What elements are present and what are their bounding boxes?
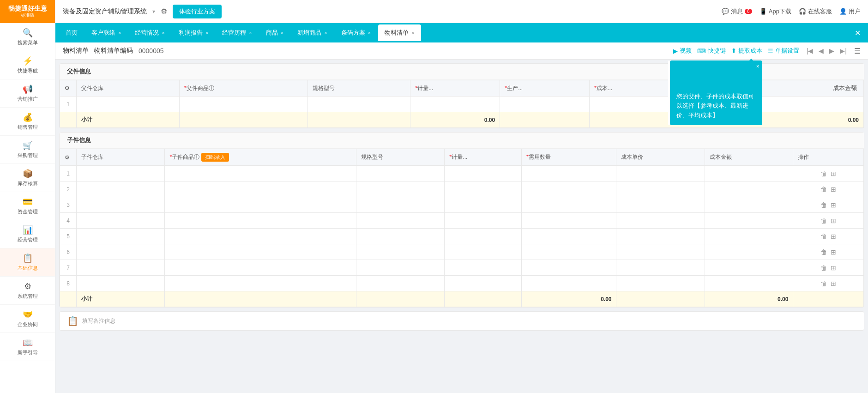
child-warehouse-4[interactable]	[77, 229, 165, 244]
sidebar-item-3[interactable]: 💰销售管理	[0, 108, 55, 136]
child-warehouse-0[interactable]	[77, 166, 165, 181]
sidebar-item-8[interactable]: 📋基础信息	[0, 248, 55, 277]
nav-tab-2[interactable]: 经营情况×	[128, 24, 171, 41]
child-cost-amount-2[interactable]	[705, 197, 793, 213]
message-item[interactable]: 💬 消息 6	[722, 7, 752, 16]
prev-first-btn[interactable]: |◀	[805, 46, 815, 55]
sidebar-item-6[interactable]: 💳资金管理	[0, 192, 55, 220]
sidebar-item-0[interactable]: 🔍搜索菜单	[0, 23, 55, 51]
sidebar-item-1[interactable]: ⚡快捷导航	[0, 51, 55, 79]
menu-icon[interactable]: ☰	[854, 47, 861, 55]
child-product-6[interactable]	[165, 260, 356, 276]
child-cost-amount-4[interactable]	[705, 229, 793, 244]
copy-icon-5[interactable]: ⊞	[831, 248, 836, 256]
child-product-1[interactable]	[165, 181, 356, 197]
parent-cost-cell[interactable]	[590, 97, 679, 112]
child-quantity-3[interactable]	[522, 213, 616, 229]
child-spec-3[interactable]	[356, 213, 444, 229]
parent-production-cell[interactable]	[500, 97, 590, 112]
sidebar-item-4[interactable]: 🛒采购管理	[0, 136, 55, 164]
child-unit-5[interactable]	[445, 244, 522, 260]
delete-icon-2[interactable]: 🗑	[820, 201, 827, 209]
delete-icon-7[interactable]: 🗑	[820, 280, 827, 287]
parent-col-settings[interactable]: ⚙	[60, 80, 77, 97]
sidebar-item-2[interactable]: 📢营销推广	[0, 79, 55, 108]
child-unit-0[interactable]	[445, 166, 522, 181]
child-warehouse-2[interactable]	[77, 197, 165, 213]
nav-tab-5[interactable]: 商品×	[259, 24, 290, 41]
child-col-settings[interactable]: ⚙	[60, 149, 77, 166]
child-product-5[interactable]	[165, 244, 356, 260]
child-unit-7[interactable]	[445, 276, 522, 291]
child-unit-cost-2[interactable]	[616, 197, 705, 213]
nav-tab-6[interactable]: 新增商品×	[291, 24, 333, 41]
delete-icon-0[interactable]: 🗑	[820, 170, 827, 177]
child-spec-1[interactable]	[356, 181, 444, 197]
parent-product-cell[interactable]	[179, 97, 307, 112]
child-unit-cost-3[interactable]	[616, 213, 705, 229]
child-cost-amount-7[interactable]	[705, 276, 793, 291]
child-quantity-2[interactable]	[522, 197, 616, 213]
child-product-3[interactable]	[165, 213, 356, 229]
nav-tab-3[interactable]: 利润报告×	[172, 24, 215, 41]
delete-icon-6[interactable]: 🗑	[820, 264, 827, 272]
child-quantity-0[interactable]	[522, 166, 616, 181]
child-product-4[interactable]	[165, 229, 356, 244]
nav-tab-close-2[interactable]: ×	[162, 30, 164, 36]
next-btn[interactable]: ▶	[827, 46, 836, 55]
extract-cost-btn[interactable]: ⬆ 提取成本 × 您的父件、子件的成本取值可以选择【参考成本、最新进价、平均成本…	[731, 47, 762, 55]
parent-unit-cell[interactable]	[410, 97, 500, 112]
nav-tab-close-1[interactable]: ×	[118, 30, 121, 36]
child-unit-6[interactable]	[445, 260, 522, 276]
parent-warehouse-cell[interactable]	[77, 97, 180, 112]
child-warehouse-5[interactable]	[77, 244, 165, 260]
sidebar-item-5[interactable]: 📦库存核算	[0, 164, 55, 192]
nav-tab-close-3[interactable]: ×	[205, 30, 208, 36]
nav-tab-7[interactable]: 条码方案×	[335, 24, 377, 41]
child-unit-cost-7[interactable]	[616, 276, 705, 291]
tooltip-close-btn[interactable]: ×	[756, 62, 760, 71]
child-cost-amount-1[interactable]	[705, 181, 793, 197]
child-unit-cost-0[interactable]	[616, 166, 705, 181]
child-quantity-7[interactable]	[522, 276, 616, 291]
child-product-7[interactable]	[165, 276, 356, 291]
child-warehouse-3[interactable]	[77, 213, 165, 229]
sidebar-item-11[interactable]: 📖新手引导	[0, 333, 55, 361]
single-setting-btn[interactable]: ☰ 单据设置	[768, 47, 799, 55]
next-last-btn[interactable]: ▶|	[838, 46, 849, 55]
nav-tab-close-8[interactable]: ×	[411, 30, 414, 36]
dropdown-arrow-icon[interactable]: ▾	[152, 8, 155, 15]
child-quantity-1[interactable]	[522, 181, 616, 197]
scan-input-btn[interactable]: 扫码录入	[201, 153, 229, 162]
shortcut-btn[interactable]: ⌨ 快捷键	[697, 47, 726, 55]
trial-button[interactable]: 体验行业方案	[173, 5, 222, 18]
delete-icon-5[interactable]: 🗑	[820, 248, 827, 256]
child-product-2[interactable]	[165, 197, 356, 213]
child-unit-cost-6[interactable]	[616, 260, 705, 276]
app-download-item[interactable]: 📱 App下载	[760, 7, 791, 16]
child-cost-amount-3[interactable]	[705, 213, 793, 229]
copy-icon-0[interactable]: ⊞	[831, 170, 836, 177]
nav-tab-8[interactable]: 物料清单×	[378, 24, 421, 41]
child-unit-cost-1[interactable]	[616, 181, 705, 197]
copy-icon-6[interactable]: ⊞	[831, 264, 836, 272]
copy-icon-4[interactable]: ⊞	[831, 233, 836, 240]
close-all-tabs-icon[interactable]: ✕	[851, 29, 864, 37]
child-unit-2[interactable]	[445, 197, 522, 213]
child-cost-amount-5[interactable]	[705, 244, 793, 260]
child-quantity-5[interactable]	[522, 244, 616, 260]
child-spec-4[interactable]	[356, 229, 444, 244]
child-spec-5[interactable]	[356, 244, 444, 260]
sidebar-item-10[interactable]: 🤝企业协同	[0, 305, 55, 333]
child-warehouse-7[interactable]	[77, 276, 165, 291]
copy-icon-3[interactable]: ⊞	[831, 217, 836, 224]
child-cost-amount-0[interactable]	[705, 166, 793, 181]
child-warehouse-6[interactable]	[77, 260, 165, 276]
child-unit-4[interactable]	[445, 229, 522, 244]
settings-icon[interactable]: ⚙	[161, 7, 167, 16]
nav-tab-4[interactable]: 经营历程×	[216, 24, 258, 41]
child-cost-amount-6[interactable]	[705, 260, 793, 276]
notes-placeholder[interactable]: 填写备注信息	[82, 317, 115, 325]
nav-tab-close-6[interactable]: ×	[324, 30, 327, 36]
delete-icon-1[interactable]: 🗑	[820, 186, 827, 193]
